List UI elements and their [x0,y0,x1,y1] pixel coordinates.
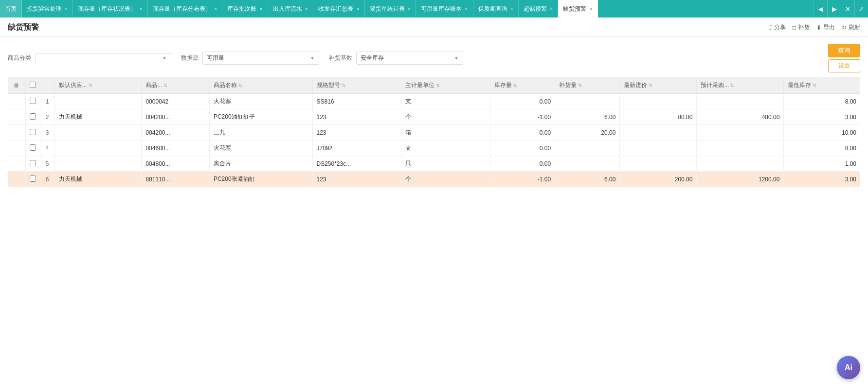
row-replenish [555,94,620,109]
tab-shortage[interactable]: 缺货预警 × [558,0,597,18]
table-row[interactable]: 3 004200... 三九 123 箱 0.00 20.00 10.00 [8,125,860,141]
row-code: 0000042 [142,94,209,109]
th-code[interactable]: 商品... ⇅ [142,77,209,94]
row-min-stock: 3.00 [784,172,860,187]
share-button[interactable]: ⤴ 分享 [769,23,786,32]
settings-button[interactable]: 设置 [828,59,860,72]
filter-actions: 查询 设置 [828,44,860,72]
table-row[interactable]: 2 力天机械 004200... PC200油缸缸子 123 个 -1.00 6… [8,109,860,125]
table-row[interactable]: 4 004600... 火花塞 J7092 支 0.00 8.00 [8,141,860,156]
tab-overstock[interactable]: 超储预警 × [519,0,558,18]
tab-fullscreen-button[interactable]: ⤢ [854,0,868,18]
tab-abnormal-close[interactable]: × [65,6,68,12]
tab-stock-status[interactable]: 现存量（库存状况表） × [73,0,147,18]
th-supplier[interactable]: 默认供应... ⇅ [54,77,142,94]
tab-collect[interactable]: 收发存汇总表 × [313,0,364,18]
tab-stock-dist[interactable]: 现存量（库存分布表） × [148,0,222,18]
refresh-icon: ↻ [842,24,847,31]
table-row[interactable]: 5 004800... 离合片 DS250*23c... 只 0.00 1.00 [8,156,860,172]
th-spec[interactable]: 规格型号 ⇅ [312,77,401,94]
tab-next-button[interactable]: ▶ [827,0,841,18]
tab-home[interactable]: 首页 [0,0,22,18]
tab-overstock-close[interactable]: × [550,6,553,12]
tab-inout[interactable]: 出入库流水 × [268,0,313,18]
tab-stock-status-close[interactable]: × [139,6,142,12]
datasource-select[interactable]: 可用量 ▼ [202,52,319,65]
tab-demand[interactable]: 要货单统计表 × [365,0,416,18]
row-latest-price [620,141,697,156]
tab-inout-close[interactable]: × [305,6,308,12]
header-checkbox[interactable] [30,82,36,88]
replenish-base-select[interactable]: 安全库存 ▼ [356,52,463,65]
tab-abnormal-label: 拣货异常处理 [27,5,62,13]
tab-nav-buttons: ◀ ▶ ✕ ⤢ [814,0,868,18]
tab-batch-close[interactable]: × [259,6,262,12]
row-min-stock: 8.00 [784,141,860,156]
row-checkbox[interactable] [30,98,36,104]
th-unit[interactable]: 主计量单位 ⇅ [401,77,490,94]
replenish-button[interactable]: □ 补货 [793,23,810,32]
row-checkbox-cell[interactable] [25,141,40,156]
ai-assistant-button[interactable]: Ai [837,356,860,379]
datasource-select-arrow: ▼ [310,55,315,61]
tab-overstock-label: 超储预警 [524,5,547,13]
th-latest-price[interactable]: 最新进价 ⇅ [620,77,697,94]
th-stock[interactable]: 库存量 ⇅ [490,77,555,94]
category-select-arrow: ▼ [162,55,167,61]
tab-available-close[interactable]: × [465,6,468,12]
query-button[interactable]: 查询 [828,44,860,57]
row-spec: 123 [312,172,401,187]
table-row[interactable]: 6 力天机械 801110... PC200张紧油缸 123 个 -1.00 6… [8,172,860,187]
category-filter-group: 商品分类 ▼ [8,53,171,63]
replenish-base-filter-group: 补货基数 安全库存 ▼ [329,52,463,65]
tab-stock-dist-label: 现存量（库存分布表） [153,5,211,13]
row-seq: 2 [40,109,54,125]
row-checkbox-cell[interactable] [25,172,40,187]
tab-shortage-close[interactable]: × [589,6,592,12]
tab-close-button[interactable]: ✕ [841,0,854,18]
refresh-label: 刷新 [849,23,860,32]
th-checkbox[interactable] [25,77,40,94]
th-min-stock[interactable]: 最低库存 ⇅ [784,77,860,94]
tab-expiry-label: 保质期查询 [478,5,507,13]
tab-expiry-close[interactable]: × [510,6,513,12]
th-replenish-sort-icon: ⇅ [578,83,582,88]
table-wrapper: ⚙ 默认供应... ⇅ 商品... [0,77,868,187]
tab-stock-dist-close[interactable]: × [214,6,217,12]
tab-abnormal[interactable]: 拣货异常处理 × [22,0,73,18]
th-replenish[interactable]: 补货量 ⇅ [555,77,620,94]
export-button[interactable]: ⬇ 导出 [816,23,835,32]
row-checkbox[interactable] [30,129,36,135]
category-select[interactable]: ▼ [35,53,171,63]
tab-available[interactable]: 可用量库存账本 × [416,0,473,18]
row-checkbox[interactable] [30,113,36,120]
datasource-filter-label: 数据源 [181,54,199,62]
th-name[interactable]: 商品名称 ⇅ [209,77,312,94]
tab-demand-close[interactable]: × [408,6,411,12]
tab-batch[interactable]: 库存批次账 × [222,0,268,18]
th-est-purchase[interactable]: 预计采购... ⇅ [697,77,784,94]
row-checkbox[interactable] [30,144,36,151]
page-title: 缺货预警 [8,22,39,33]
row-est-purchase [697,94,784,109]
row-checkbox-cell[interactable] [25,125,40,141]
row-replenish [555,156,620,172]
th-gear[interactable]: ⚙ [8,77,25,94]
row-checkbox-cell[interactable] [25,156,40,172]
row-checkbox[interactable] [30,160,36,166]
table-row[interactable]: 1 0000042 火花塞 SS816 支 0.00 8.00 [8,94,860,109]
row-checkbox-cell[interactable] [25,94,40,109]
row-checkbox-cell[interactable] [25,109,40,125]
tab-collect-close[interactable]: × [356,6,359,12]
replenish-base-select-arrow: ▼ [454,55,459,61]
tab-bar: 首页 拣货异常处理 × 现存量（库存状况表） × 现存量（库存分布表） × 库存… [0,0,868,18]
tab-prev-button[interactable]: ◀ [814,0,827,18]
replenish-label: 补货 [798,23,810,32]
tab-expiry[interactable]: 保质期查询 × [473,0,519,18]
table-header-row: ⚙ 默认供应... ⇅ 商品... [8,77,860,94]
th-spec-sort-icon: ⇅ [342,83,345,88]
tab-home-label: 首页 [5,5,17,13]
row-checkbox[interactable] [30,176,36,182]
row-unit: 只 [401,156,490,172]
refresh-button[interactable]: ↻ 刷新 [842,23,860,32]
